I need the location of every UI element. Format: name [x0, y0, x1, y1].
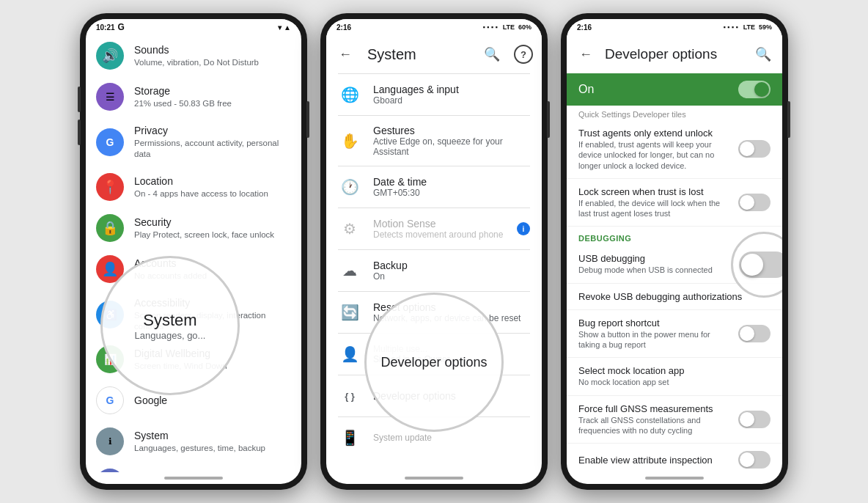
system-title-bar: System [367, 46, 470, 63]
vol-up-btn[interactable] [78, 87, 81, 112]
carrier-1: G [118, 22, 125, 32]
system-item-motion[interactable]: ⚙ Motion Sense Detects movement around p… [326, 208, 542, 249]
storage-icon: ☰ [96, 83, 124, 111]
accounts-icon: 👤 [96, 255, 124, 283]
backup-title: Backup [373, 260, 530, 271]
sounds-sub: Volume, vibration, Do Not Disturb [134, 57, 291, 68]
usb-toggle[interactable] [739, 252, 782, 278]
phone-1-screen: 10:21 G ▾ ▲ 🔊 Sounds Volume, vibration, … [86, 19, 301, 484]
reset-sub: Network, apps, or device can be reset [373, 313, 530, 323]
home-bar-3 [645, 477, 704, 480]
settings-item-digital[interactable]: 📊 Digital Wellbeing Screen time, Wind Do… [86, 339, 301, 380]
dev-item-gnss[interactable]: Force full GNSS measurements Track all G… [567, 396, 782, 444]
lockscreen-title: Lock screen when trust is lost [578, 186, 729, 197]
revoke-title: Revoke USB debugging authorizations [578, 291, 770, 302]
dev-item-trust[interactable]: Trust agents only extend unlock If enabl… [567, 120, 782, 179]
home-bar-2 [405, 477, 463, 480]
bugreport-toggle-thumb [740, 326, 754, 341]
settings-item-accessibility[interactable]: ♿ Accessibility Screen readers, display,… [86, 290, 301, 339]
search-icon-2[interactable]: 🔍 [482, 44, 502, 65]
system-item-languages[interactable]: 🌐 Languages & input Gboard [326, 74, 542, 115]
power-btn-2[interactable] [547, 101, 550, 138]
home-indicator-2 [326, 472, 542, 484]
status-bar-2: 2:16 ▪ ▪ ▪ ▪ LTE 60% [326, 19, 542, 35]
dev-item-bugreport[interactable]: Bug report shortcut Show a button in the… [567, 310, 782, 359]
digital-icon: 📊 [96, 345, 124, 373]
dev-item-usb[interactable]: USB debugging Debug mode when USB is con… [567, 246, 782, 283]
privacy-sub: Permissions, account activity, personal … [134, 138, 291, 160]
privacy-icon: G [96, 128, 124, 156]
dev-on-label: On [578, 83, 594, 96]
trust-toggle[interactable] [738, 140, 770, 158]
settings-item-storage[interactable]: ☰ Storage 21% used - 50.83 GB free [86, 76, 301, 117]
time-2: 2:16 [336, 23, 351, 32]
datetime-title: Date & time [373, 176, 530, 188]
trust-sub: If enabled, trust agents will keep your … [578, 139, 729, 171]
search-icon-3[interactable]: 🔍 [753, 44, 773, 65]
dev-item-mocklocation[interactable]: Select mock location app No mock locatio… [567, 358, 782, 395]
location-sub: On - 4 apps have access to location [134, 188, 291, 199]
dev-app-bar: ← Developer options 🔍 [567, 35, 782, 73]
gnss-toggle[interactable] [738, 411, 770, 428]
settings-item-privacy[interactable]: G Privacy Permissions, account activity,… [86, 117, 301, 166]
dev-item-lockscreen[interactable]: Lock screen when trust is lost If enable… [567, 179, 782, 227]
settings-item-accounts[interactable]: 👤 Accounts No accounts added [86, 249, 301, 290]
system-item-developer[interactable]: { } Developer options [326, 375, 542, 416]
about-icon: 📱 [96, 469, 124, 472]
power-btn-3[interactable] [787, 101, 790, 138]
viewattr-toggle[interactable] [738, 451, 770, 469]
time-1: 10:21 [96, 23, 115, 32]
location-icon: 📍 [96, 173, 124, 201]
datetime-sub: GMT+05:30 [373, 188, 530, 198]
lockscreen-toggle[interactable] [738, 194, 770, 211]
gnss-sub: Track all GNSS constellations and freque… [578, 415, 729, 436]
phone-3: 2:16 ▪ ▪ ▪ ▪ LTE 59% ← Developer options… [561, 13, 788, 490]
system-item-users[interactable]: 👤 Multiple use... Signed in as Owner [326, 334, 542, 375]
system-item-reset[interactable]: 🔄 Reset options Network, apps, or device… [326, 292, 542, 333]
system-item-datetime[interactable]: 🕐 Date & time GMT+05:30 [326, 166, 542, 208]
accounts-sub: No accounts added [134, 271, 291, 282]
dev-options-title: Developer options [605, 46, 744, 62]
phone-1: 10:21 G ▾ ▲ 🔊 Sounds Volume, vibration, … [80, 13, 307, 490]
system-list: 🌐 Languages & input Gboard ✋ Gestures Ac… [326, 74, 542, 472]
help-icon-2[interactable]: ? [514, 45, 533, 64]
viewattr-title: Enable view attribute inspection [578, 455, 729, 466]
system-item-backup[interactable]: ☁ Backup On [326, 250, 542, 291]
back-icon-3[interactable]: ← [575, 44, 596, 65]
gnss-title: Force full GNSS measurements [578, 403, 729, 414]
usb-toggle-thumb [741, 254, 763, 276]
system-title: System [134, 429, 291, 442]
lte-3: LTE [743, 23, 755, 31]
bugreport-toggle[interactable] [738, 325, 770, 342]
update-icon: 📱 [338, 426, 361, 449]
settings-item-security[interactable]: 🔒 Security Play Protect, screen lock, fa… [86, 208, 301, 249]
dev-on-toggle[interactable] [738, 81, 770, 98]
storage-sub: 21% used - 50.83 GB free [134, 98, 291, 109]
settings-item-location[interactable]: 📍 Location On - 4 apps have access to lo… [86, 166, 301, 208]
settings-list-1: 🔊 Sounds Volume, vibration, Do Not Distu… [86, 35, 301, 472]
system-item-update[interactable]: 📱 System update [326, 417, 542, 458]
settings-item-sounds[interactable]: 🔊 Sounds Volume, vibration, Do Not Distu… [86, 35, 301, 76]
system-item-gestures[interactable]: ✋ Gestures Active Edge on, squeeze for y… [326, 116, 542, 166]
vol-down-btn[interactable] [78, 120, 81, 145]
google-icon: G [96, 386, 124, 414]
phone-2-screen: 2:16 ▪ ▪ ▪ ▪ LTE 60% ← System 🔍 ? 🌐 Lang… [326, 19, 542, 484]
back-icon-2[interactable]: ← [335, 44, 356, 65]
settings-item-system[interactable]: ℹ System Languages, gestures, time, back… [86, 421, 301, 462]
system-icon: ℹ [96, 427, 124, 455]
motion-icon: ⚙ [338, 217, 361, 241]
settings-item-about[interactable]: 📱 About phone Pixel 4 XL [86, 462, 301, 472]
dev-item-viewattr[interactable]: Enable view attribute inspection [567, 444, 782, 472]
reset-title: Reset options [373, 301, 530, 313]
power-btn[interactable] [306, 101, 309, 138]
security-sub: Play Protect, screen lock, face unlock [134, 230, 291, 241]
viewattr-toggle-thumb [740, 452, 754, 467]
settings-item-google[interactable]: G Google [86, 380, 301, 421]
users-sub: Signed in as Owner [373, 354, 530, 364]
security-title: Security [134, 216, 291, 229]
mocklocation-title: Select mock location app [578, 365, 770, 376]
developer-icon: { } [338, 384, 361, 408]
accessibility-icon: ♿ [96, 301, 124, 328]
icons-phone3: ▪ ▪ ▪ ▪ [723, 23, 738, 31]
privacy-title: Privacy [134, 124, 291, 137]
